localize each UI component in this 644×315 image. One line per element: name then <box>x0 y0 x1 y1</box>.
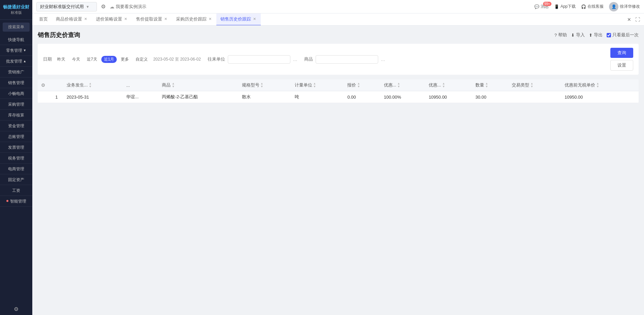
app-selector[interactable]: 好业财标准版交付试用 ▼ <box>36 2 97 11</box>
date-pill-last1m[interactable]: 近1月 <box>101 56 117 63</box>
date-pill-today[interactable]: 今天 <box>69 56 83 63</box>
tab-home[interactable]: 首页 <box>35 13 52 26</box>
fixed-assets-label: 固定资产 <box>3 177 30 183</box>
sidebar-item-finance[interactable]: 资金管理 <box>0 120 32 131</box>
sidebar-item-quick-nav[interactable]: 快捷导航 <box>0 34 32 45</box>
col-pretax-price-header[interactable]: 优惠前无税单价 ▲▼ <box>561 79 639 91</box>
from-unit-input[interactable] <box>228 55 290 64</box>
sidebar-item-retail[interactable]: 零售管理 ▼ <box>0 45 32 56</box>
sidebar-search-section: 搜索菜单 <box>0 20 32 34</box>
date-pill-last7[interactable]: 近7天 <box>84 56 100 63</box>
from-unit-label: 往来单位 <box>208 56 225 62</box>
col-discount2-label: 优惠... <box>429 82 441 88</box>
table-row[interactable]: 1 2023-05-31 华谊... 丙烯酸-2-乙基己酯 散水 吨 0.00 … <box>38 91 639 103</box>
tab-product-price-close[interactable]: ✕ <box>83 17 88 21</box>
online-service-button[interactable]: 🎧 在线客服 <box>581 4 604 9</box>
sidebar-item-marketing[interactable]: 营销推广 <box>0 67 32 77</box>
content-area: 销售历史价查询 ? 帮助 ⬇ 导入 ⬆ 导出 只看最后一次 <box>32 26 644 315</box>
app-subtitle: 标准版 <box>3 10 30 15</box>
last-only-checkbox-label[interactable]: 只看最后一次 <box>607 32 639 38</box>
sidebar-item-purchase[interactable]: 采购管理 <box>0 99 32 109</box>
date-pill-yesterday[interactable]: 昨天 <box>55 56 68 63</box>
last-only-checkbox[interactable] <box>607 33 611 37</box>
sidebar-item-fixed-assets[interactable]: 固定资产 <box>0 174 32 185</box>
col-discount1-header[interactable]: 优惠... ▲▼ <box>381 79 425 91</box>
tab-maximize-button[interactable]: ⛶ <box>634 15 641 24</box>
col-business-date-header[interactable]: 业务发生... ▲▼ <box>63 79 123 91</box>
col-unit-header[interactable]: 计量单位 ▲▼ <box>291 79 344 91</box>
app-selector-arrow-icon: ▼ <box>86 5 90 9</box>
app-download-icon: 📱 <box>554 4 559 9</box>
topbar-settings-button[interactable]: ⚙ <box>100 2 107 11</box>
tab-sale-extract-close[interactable]: ✕ <box>164 17 168 21</box>
sales-nav-group: 销售管理 <box>0 77 32 88</box>
settings-button[interactable]: 设置 <box>610 60 633 71</box>
app-selector-text: 好业财标准版交付试用 <box>40 4 84 10</box>
col-pretax-sort[interactable]: 优惠前无税单价 ▲▼ <box>565 82 599 88</box>
col-discount2-sort[interactable]: 优惠... ▲▼ <box>429 82 445 88</box>
filter-bar: 日期 昨天 今天 近7天 近1月 更多 自定义 2023-05-02 至 202… <box>38 44 639 75</box>
date-pill-custom[interactable]: 自定义 <box>133 56 150 63</box>
search-menu-button[interactable]: 搜索菜单 <box>3 23 30 32</box>
table-body: 1 2023-05-31 华谊... 丙烯酸-2-乙基己酯 散水 吨 0.00 … <box>38 91 639 103</box>
col-spec-sort[interactable]: 规格型号 ▲▼ <box>242 82 263 88</box>
query-button[interactable]: 查询 <box>610 48 633 58</box>
col-business-date-sort[interactable]: 业务发生... ▲▼ <box>67 82 92 88</box>
tab-product-price[interactable]: 商品价格设置 ✕ <box>52 13 92 26</box>
sidebar-item-ecommerce[interactable]: 电商管理 <box>0 164 32 174</box>
tab-purchase-strategy-label: 进价策略设置 <box>96 16 122 22</box>
sidebar-item-ecommerce-small[interactable]: 小畅电商 <box>0 88 32 99</box>
tab-sales-history[interactable]: 销售历史价跟踪 ✕ <box>216 13 261 26</box>
col-discount2-header[interactable]: 优惠... ▲▼ <box>425 79 472 91</box>
purchase-label: 采购管理 <box>3 102 30 107</box>
import-button[interactable]: ⬇ 导入 <box>571 32 585 38</box>
export-button[interactable]: ⬆ 导出 <box>589 32 603 38</box>
col-spec-header[interactable]: 规格型号 ▲▼ <box>239 79 291 91</box>
col-discount1-sort[interactable]: 优惠... ▲▼ <box>384 82 400 88</box>
col-quantity-header[interactable]: 数量 ▲▼ <box>472 79 508 91</box>
col-price-sort[interactable]: 报价 ▲▼ <box>347 82 360 88</box>
col-product-sort[interactable]: 商品 ▲▼ <box>162 82 175 88</box>
column-settings-icon[interactable]: ⚙ <box>41 82 45 88</box>
help-button[interactable]: ? 帮助 <box>554 32 567 38</box>
sidebar-item-payroll[interactable]: 工资 <box>0 185 32 196</box>
tab-purchase-strategy[interactable]: 进价策略设置 ✕ <box>92 13 132 26</box>
sales-label: 销售管理 <box>3 80 30 86</box>
sidebar-item-general-ledger[interactable]: 总账管理 <box>0 131 32 142</box>
demo-text: 我要看实例演示 <box>116 4 146 10</box>
row-spec: 散水 <box>239 91 291 103</box>
sidebar-item-invoice[interactable]: 发票管理 <box>0 142 32 152</box>
col-transaction-type-header[interactable]: 交易类型 ▲▼ <box>508 79 561 91</box>
col-quantity-sort[interactable]: 数量 ▲▼ <box>475 82 488 88</box>
col-product-header[interactable]: 商品 ▲▼ <box>158 79 238 91</box>
user-profile-button[interactable]: 👤 徐泽华修改 <box>609 2 640 11</box>
message-button[interactable]: 💬 消息 99+ <box>534 4 549 9</box>
sidebar-item-smart[interactable]: 智能管理 <box>0 196 32 206</box>
col-unit-sort[interactable]: 计量单位 ▲▼ <box>295 82 316 88</box>
sidebar-settings-button[interactable]: ⚙ <box>14 306 19 312</box>
sidebar-item-sales[interactable]: 销售管理 <box>0 77 32 88</box>
col-dots-header[interactable]: ... <box>123 79 158 91</box>
tab-sale-extract[interactable]: 售价提取设置 ✕ <box>132 13 172 26</box>
topbar-right: 💬 消息 99+ 📱 App下载 🎧 在线客服 👤 徐泽华修改 <box>534 2 640 11</box>
row-seq: 1 <box>50 91 63 103</box>
tab-purchase-history[interactable]: 采购历史价跟踪 ✕ <box>172 13 216 26</box>
product-dots[interactable]: … <box>381 57 385 62</box>
tab-purchase-strategy-close[interactable]: ✕ <box>123 17 128 21</box>
date-pill-more[interactable]: 更多 <box>118 56 132 63</box>
col-pretax-label: 优惠前无税单价 <box>565 82 595 88</box>
product-input[interactable] <box>316 55 378 64</box>
app-download-button[interactable]: 📱 App下载 <box>554 4 576 9</box>
sidebar-item-tax[interactable]: 税务管理 <box>0 153 32 163</box>
tab-sales-history-close[interactable]: ✕ <box>252 17 257 21</box>
demo-button[interactable]: ☁ 我要看实例演示 <box>110 4 146 10</box>
tab-purchase-history-close[interactable]: ✕ <box>208 17 212 21</box>
col-transaction-type-sort[interactable]: 交易类型 ▲▼ <box>512 82 533 88</box>
payroll-nav-group: 工资 <box>0 185 32 196</box>
tab-close-window-button[interactable]: ✕ <box>626 15 633 24</box>
col-price-header[interactable]: 报价 ▲▼ <box>344 79 380 91</box>
from-unit-dots[interactable]: … <box>293 57 297 62</box>
sidebar-item-wholesale[interactable]: 批发管理 ▲ <box>0 56 32 66</box>
sidebar-item-inventory[interactable]: 库存核算 <box>0 110 32 120</box>
page-actions: ? 帮助 ⬇ 导入 ⬆ 导出 只看最后一次 <box>554 32 639 38</box>
